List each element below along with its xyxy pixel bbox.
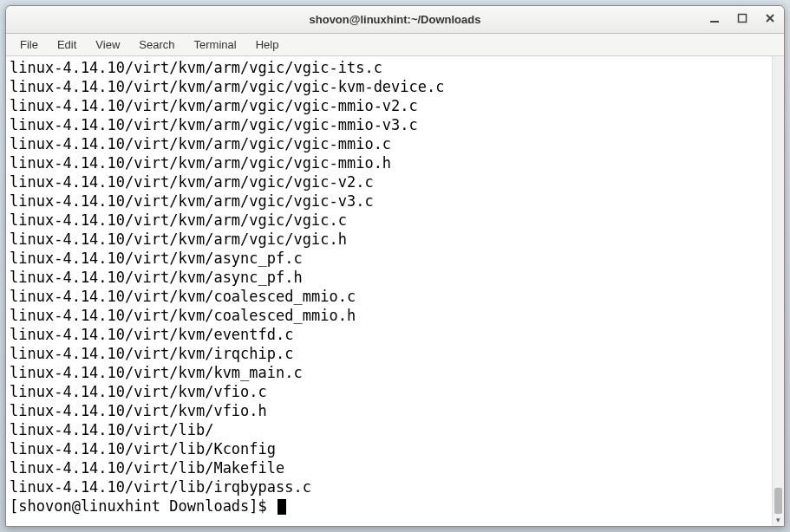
maximize-button[interactable] bbox=[734, 10, 751, 27]
menu-terminal[interactable]: Terminal bbox=[186, 36, 245, 54]
terminal-output-line: linux-4.14.10/virt/lib/irqbypass.c bbox=[10, 477, 768, 496]
terminal-output-line: linux-4.14.10/virt/kvm/arm/vgic/vgic-its… bbox=[10, 58, 768, 77]
terminal-output-line: linux-4.14.10/virt/kvm/arm/vgic/vgic-mmi… bbox=[10, 153, 768, 172]
terminal-area[interactable]: linux-4.14.10/virt/kvm/arm/vgic/vgic-its… bbox=[6, 56, 784, 526]
terminal-output-line: linux-4.14.10/virt/kvm/coalesced_mmio.c bbox=[10, 287, 768, 306]
window-title: shovon@linuxhint:~/Downloads bbox=[310, 13, 481, 26]
terminal-output-line: linux-4.14.10/virt/kvm/kvm_main.c bbox=[10, 363, 768, 382]
terminal-output-line: linux-4.14.10/virt/lib/Makefile bbox=[10, 458, 768, 477]
terminal-output-line: linux-4.14.10/virt/kvm/arm/vgic/vgic-mmi… bbox=[10, 134, 768, 153]
terminal-output-line: linux-4.14.10/virt/kvm/eventfd.c bbox=[10, 325, 768, 344]
terminal-output-line: linux-4.14.10/virt/kvm/irqchip.c bbox=[10, 344, 768, 363]
terminal-output-line: linux-4.14.10/virt/kvm/vfio.c bbox=[10, 382, 768, 401]
menu-edit[interactable]: Edit bbox=[49, 36, 85, 54]
terminal-output-line: linux-4.14.10/virt/kvm/vfio.h bbox=[10, 401, 768, 420]
window-controls bbox=[706, 10, 779, 27]
terminal-output-line: linux-4.14.10/virt/kvm/coalesced_mmio.h bbox=[10, 306, 768, 325]
terminal-output-line: linux-4.14.10/virt/kvm/arm/vgic/vgic-v2.… bbox=[10, 172, 768, 191]
terminal-output-line: linux-4.14.10/virt/lib/Kconfig bbox=[10, 439, 768, 458]
close-button[interactable] bbox=[761, 10, 779, 27]
scrollbar-thumb[interactable] bbox=[774, 488, 782, 514]
menu-search[interactable]: Search bbox=[130, 36, 183, 54]
menu-file[interactable]: File bbox=[11, 36, 47, 54]
svg-rect-1 bbox=[739, 15, 747, 23]
terminal-prompt-line[interactable]: [shovon@linuxhint Downloads]$ bbox=[10, 496, 768, 516]
terminal-window: shovon@linuxhint:~/Downloads File Edit V… bbox=[5, 5, 785, 527]
minimize-button[interactable] bbox=[706, 10, 723, 27]
scrollbar[interactable]: ▾ bbox=[772, 56, 784, 526]
terminal-prompt: [shovon@linuxhint Downloads]$ bbox=[10, 497, 276, 515]
menubar: File Edit View Search Terminal Help bbox=[6, 34, 784, 56]
terminal-output-line: linux-4.14.10/virt/kvm/async_pf.c bbox=[10, 249, 768, 268]
scrollbar-down-arrow[interactable]: ▾ bbox=[774, 515, 782, 525]
terminal-output-line: linux-4.14.10/virt/kvm/arm/vgic/vgic.c bbox=[10, 211, 768, 230]
titlebar[interactable]: shovon@linuxhint:~/Downloads bbox=[6, 6, 784, 34]
terminal-output-line: linux-4.14.10/virt/kvm/async_pf.h bbox=[10, 268, 768, 287]
terminal-output-line: linux-4.14.10/virt/kvm/arm/vgic/vgic.h bbox=[10, 230, 768, 249]
terminal-output-line: linux-4.14.10/virt/lib/ bbox=[10, 420, 768, 439]
terminal-output-line: linux-4.14.10/virt/kvm/arm/vgic/vgic-mmi… bbox=[10, 115, 768, 134]
terminal-output-line: linux-4.14.10/virt/kvm/arm/vgic/vgic-mmi… bbox=[10, 96, 768, 115]
terminal-output-line: linux-4.14.10/virt/kvm/arm/vgic/vgic-kvm… bbox=[10, 77, 768, 96]
terminal-content[interactable]: linux-4.14.10/virt/kvm/arm/vgic/vgic-its… bbox=[6, 56, 772, 526]
terminal-output-line: linux-4.14.10/virt/kvm/arm/vgic/vgic-v3.… bbox=[10, 191, 768, 211]
menu-view[interactable]: View bbox=[87, 36, 128, 54]
terminal-cursor bbox=[277, 499, 286, 515]
menu-help[interactable]: Help bbox=[247, 36, 288, 54]
